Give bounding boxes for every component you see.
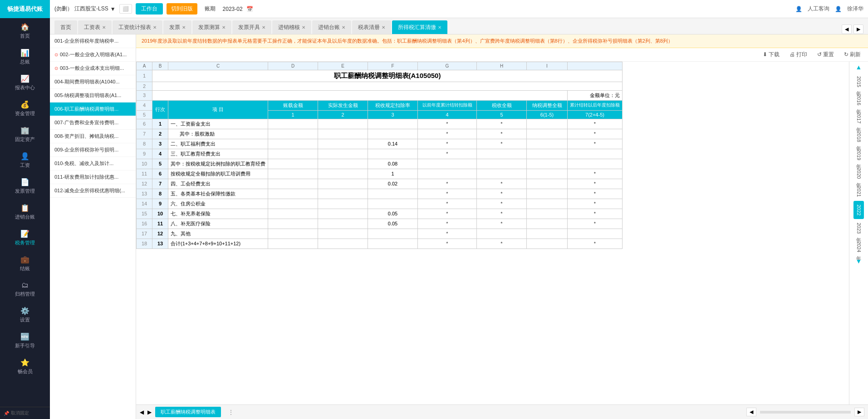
tab-salary[interactable]: 工资表✕ <box>78 20 112 34</box>
tab-invoice-issue[interactable]: 发票开具✕ <box>232 20 271 34</box>
form-list-item-005[interactable]: 005-纳税调整项目明细表(A1... <box>50 89 136 102</box>
sidebar-item-funds[interactable]: 💰 资金管理 <box>0 96 50 122</box>
col-e-header: E <box>318 62 368 70</box>
tab-scroll-next[interactable]: ▶ <box>853 24 863 34</box>
data-row-8: 8 3 二、职工福利费支出 0.14 * * * <box>137 139 623 149</box>
data-row-12: 12 7 四、工会经费支出 0.02 * * * <box>137 179 623 189</box>
year-2023[interactable]: 2023年 <box>853 219 864 237</box>
spreadsheet-title: 职工薪酬纳税调整明细表(A105050) <box>152 70 623 82</box>
tab-scroll-prev[interactable]: ◀ <box>842 24 852 34</box>
sidebar-item-close[interactable]: 💼 结账 <box>0 251 50 277</box>
sidebar-item-member[interactable]: ⭐ 畅会员 <box>0 354 50 380</box>
tab-invoice[interactable]: 发票✕ <box>163 20 191 34</box>
form-list-item-003[interactable]: ⊙ 003-一般企业成本支出明细... <box>50 62 136 75</box>
oldver-button[interactable]: 切到旧版 <box>167 3 197 15</box>
tab-home[interactable]: 首页 <box>54 20 77 34</box>
year-2017[interactable]: 2017年 <box>853 109 864 127</box>
tab-close-invoice[interactable]: ✕ <box>182 25 186 30</box>
support-label[interactable]: 人工客询 <box>808 5 829 13</box>
reset-button[interactable]: ↺ 重置 <box>814 50 837 59</box>
sidebar-item-ledger[interactable]: 📊 总账 <box>0 44 50 70</box>
sheet-nav-prev[interactable]: ◀ <box>140 409 144 415</box>
tab-tax-list[interactable]: 税表清册✕ <box>352 20 391 34</box>
content-area: 001-企业所得税年度纳税申... ⊙ 002-一般企业收入明细表(A1... … <box>50 34 868 419</box>
sheet-nav-next[interactable]: ▶ <box>147 409 152 415</box>
print-button[interactable]: 🖨 打印 <box>787 50 810 59</box>
settings-icon: ⚙️ <box>20 307 29 315</box>
warning-text: 2019年度涉及取以前年度结转数据的申报表单元格需要手工操作正确，才能保证本年及… <box>142 38 673 44</box>
tab-close-audit[interactable]: ✕ <box>302 25 305 30</box>
form-list-item-010[interactable]: 010-免税、减收入及加计... <box>50 157 136 171</box>
user-label[interactable]: 徐泽华 <box>847 5 863 13</box>
form-list-item-006[interactable]: 006-职工薪酬纳税调整明细... <box>50 102 136 116</box>
sidebar-item-settings[interactable]: ⚙️ 设置 <box>0 302 50 328</box>
tab-sales-ledger[interactable]: 进销台账✕ <box>312 20 351 34</box>
form-list-item-004[interactable]: 004-期间费用明细表(A1040... <box>50 75 136 89</box>
table-container[interactable]: A B C D E F G H I <box>136 62 849 405</box>
reset-icon: ↺ <box>817 51 822 58</box>
form-list-item-002[interactable]: ⊙ 002-一般企业收入明细表(A1... <box>50 48 136 62</box>
sidebar-item-home[interactable]: 🏠 首页 <box>0 18 50 44</box>
bottom-tab-salary[interactable]: 职工薪酬纳税调整明细表 <box>155 407 221 417</box>
tab-close-sales-ledger[interactable]: ✕ <box>342 25 345 30</box>
year-2018[interactable]: 2018年 <box>853 127 864 146</box>
company-dropdown-icon[interactable]: ▼ <box>110 6 116 12</box>
title-row: A B C D E F G H I <box>137 62 623 70</box>
tab-close-invoice-issue[interactable]: ✕ <box>262 25 265 30</box>
sidebar-item-tax[interactable]: 📝 税务管理 <box>0 225 50 251</box>
tab-close-salary-report[interactable]: ✕ <box>153 25 157 30</box>
year-2020[interactable]: 2020年 <box>853 164 864 182</box>
form-list-item-001[interactable]: 001-企业所得税年度纳税申... <box>50 34 136 48</box>
form-list-item-008[interactable]: 008-资产折旧、摊销及纳税... <box>50 130 136 143</box>
tab-audit[interactable]: 进销稽核✕ <box>272 20 311 34</box>
tab-close-salary[interactable]: ✕ <box>102 25 106 30</box>
data-row-6: 6 1 一、工资薪金支出 * * * <box>137 119 623 129</box>
tab-close-income-tax[interactable]: ✕ <box>438 25 441 30</box>
bottom-scroll-right[interactable]: ▶ <box>854 408 864 416</box>
bottom-nav: ◀ ▶ <box>746 408 864 416</box>
col6-header: 纳税调整全额 <box>527 100 568 110</box>
year-scroll-up[interactable]: ▲ <box>854 62 864 73</box>
tab-invoice-calc[interactable]: 发票测算✕ <box>192 20 231 34</box>
form-list-item-007[interactable]: 007-广告费和业务宣传费明... <box>50 116 136 130</box>
sidebar-item-invoice[interactable]: 📄 发票管理 <box>0 173 50 199</box>
form-list-item-009[interactable]: 009-企业所得税弥补亏损明... <box>50 143 136 157</box>
sidebar-item-reports[interactable]: 📈 报表中心 <box>0 70 50 96</box>
calendar-icon[interactable]: 📅 <box>246 6 253 12</box>
tab-income-tax[interactable]: 所得税汇算清缴✕ <box>392 20 447 34</box>
tab-close-tax-list[interactable]: ✕ <box>382 25 385 30</box>
col-c-header: C <box>168 62 268 70</box>
sidebar-item-guide[interactable]: 🆕 新手引导 <box>0 328 50 354</box>
year-2021[interactable]: 2021年 <box>853 182 864 200</box>
tab-close-invoice-calc[interactable]: ✕ <box>222 25 226 30</box>
sheet-options-icon[interactable]: ⋮ <box>228 409 234 415</box>
refresh-button[interactable]: ↻ 刷新 <box>841 50 863 59</box>
bottom-scroll-left[interactable]: ◀ <box>746 408 756 416</box>
data-row-11: 11 6 按税收规定全额扣除的职工培训费用 1 * <box>137 169 623 179</box>
col4-header: 以前年度累计结转扣除额 <box>418 100 477 110</box>
year-2015[interactable]: 2015年 <box>853 73 864 91</box>
sidebar-item-salary[interactable]: 👤 工资 <box>0 147 50 173</box>
year-2022[interactable]: 2022年 <box>853 201 864 219</box>
form-list-item-011[interactable]: 011-研发费用加计扣除优惠... <box>50 171 136 184</box>
bottom-scrollbar[interactable] <box>760 411 851 414</box>
workbench-button[interactable]: 工作台 <box>136 3 163 15</box>
year-2024[interactable]: 2024年 <box>853 238 864 256</box>
col-i-header: I <box>527 62 568 70</box>
spreadsheet-row-1: 1 职工薪酬纳税调整明细表(A105050) <box>137 70 623 82</box>
tab-salary-report[interactable]: 工资统计报表✕ <box>113 20 162 34</box>
sidebar-item-sales[interactable]: 📋 进销台账 <box>0 199 50 225</box>
form-list-item-012[interactable]: 012-减免企业所得税优惠明细(... <box>50 184 136 198</box>
assets-icon: 🏢 <box>20 126 29 135</box>
row-num-2: 2 <box>137 82 152 90</box>
year-2016[interactable]: 2016年 <box>853 91 864 109</box>
year-scroll-down[interactable]: ▼ <box>854 256 864 267</box>
form-011-label: 011-研发费用加计扣除优惠... <box>54 174 118 180</box>
cancel-fixed-label[interactable]: 取消固定 <box>11 410 29 416</box>
download-button[interactable]: ⬇ 下载 <box>760 50 782 59</box>
sidebar-item-assets[interactable]: 🏢 固定资产 <box>0 122 50 147</box>
copy-button[interactable]: ⬜ <box>119 4 132 14</box>
sidebar-item-archive[interactable]: 🗂 归档管理 <box>0 277 50 302</box>
year-2019[interactable]: 2019年 <box>853 146 864 164</box>
form-010-label: 010-免税、减收入及加计... <box>54 160 113 167</box>
